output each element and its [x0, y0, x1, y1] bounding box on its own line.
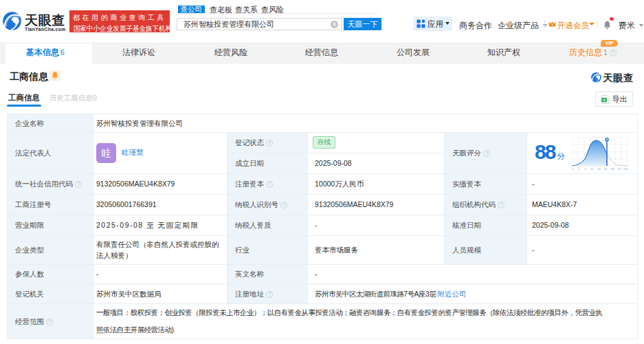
svg-text:100: 100 [623, 167, 628, 171]
svg-text:0: 0 [572, 167, 574, 171]
svg-text:60: 60 [604, 167, 608, 171]
svg-text:5: 5 [585, 167, 587, 171]
svg-text:85: 85 [611, 167, 614, 171]
svg-text:95: 95 [618, 167, 621, 171]
svg-text:30: 30 [597, 167, 601, 171]
svg-text:1: 1 [578, 167, 580, 171]
svg-text:10: 10 [590, 167, 594, 171]
